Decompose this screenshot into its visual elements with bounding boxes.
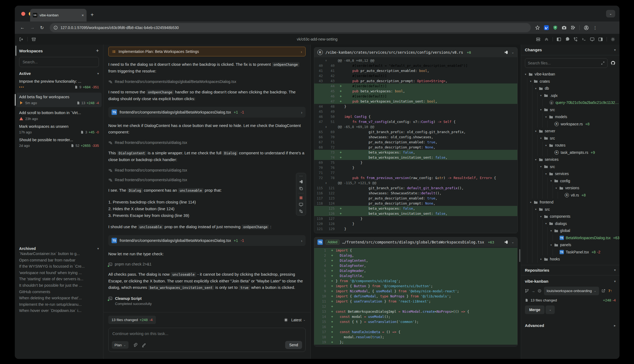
advanced-section[interactable]: Advanced ▸: [521, 321, 619, 330]
tree-file-row[interactable]: TSTaskPanel.tsx+8-2: [521, 249, 619, 256]
settings-gear-icon[interactable]: [611, 37, 615, 42]
tool-call-read[interactable]: Read frontend/src/components/ui/dialog.t…: [108, 140, 306, 145]
extension-shield-icon[interactable]: £: [553, 25, 558, 30]
tree-folder-row[interactable]: ▾src: [521, 163, 619, 170]
implementation-plan-banner[interactable]: Implementation Plan: Beta Workspaces Set…: [108, 47, 306, 56]
back-icon[interactable]: ←: [20, 25, 25, 30]
expand-hunk-icon[interactable]: ↑: [314, 58, 338, 63]
vscode-icon[interactable]: [504, 240, 508, 244]
expand-diagonal-icon[interactable]: [601, 61, 605, 65]
archived-workspace-item[interactable]: `NavbarContainer.tsx` button to g...: [19, 251, 99, 257]
sparkle-icon[interactable]: [284, 318, 288, 322]
tool-call-read[interactable]: Read frontend/src/components/ui/dialog.t…: [108, 177, 306, 182]
version-dropdown[interactable]: Latest: [291, 318, 302, 322]
collapse-chevron-icon[interactable]: ⌄: [511, 240, 514, 244]
archived-workspace-item[interactable]: Implement the re-run setup/cleanu...: [19, 301, 99, 308]
workspace-item[interactable]: Improve the preview functionality: ...••…: [19, 79, 99, 89]
tree-folder-row[interactable]: ▾vibe-kanban: [521, 71, 619, 78]
mode-dropdown[interactable]: Plan ⌄: [112, 341, 128, 349]
tree-folder-row[interactable]: ▾models: [521, 113, 619, 121]
workspace-item[interactable]: Mark workspaces as unseen17h ago3+45-0: [19, 124, 99, 134]
panel-left-icon[interactable]: [557, 37, 561, 42]
collapse-chevron-icon[interactable]: ⌄: [511, 50, 514, 54]
git-graph-icon[interactable]: [573, 37, 578, 42]
tree-folder-row[interactable]: ▾config: [521, 177, 619, 185]
base-branch-dropdown[interactable]: louis/workspace-onboarding ⌄: [544, 287, 599, 295]
collapse-all-icon[interactable]: [544, 37, 549, 42]
section-archived[interactable]: Archived ▾: [19, 246, 99, 251]
diff-scrollbar[interactable]: [519, 249, 520, 262]
section-active[interactable]: Active ▾: [19, 71, 99, 76]
edited-file-card[interactable]: TSfrontend/src/components/dialogs/global…: [108, 107, 306, 118]
tree-folder-row[interactable]: ▾routes: [521, 142, 619, 149]
monitor-icon[interactable]: [590, 37, 594, 42]
add-workspace-button[interactable]: +: [96, 48, 99, 54]
site-info-icon[interactable]: [53, 26, 58, 30]
cleanup-script-status[interactable]: Cleanup ScriptCompleted successfully: [108, 296, 306, 306]
workspace-search-input[interactable]: Search...: [19, 57, 99, 67]
tree-folder-row[interactable]: ▾src: [521, 206, 619, 213]
diff-header[interactable]: TS Added …/frontend/src/components/dialo…: [314, 237, 517, 247]
tree-folder-row[interactable]: ▾src: [521, 135, 619, 142]
tree-file-row[interactable]: TSBetaWorkspacesDialog.tsx+63: [521, 234, 619, 242]
edit-pen-icon[interactable]: [142, 343, 146, 347]
drag-handle-icon[interactable]: ⋯: [299, 175, 303, 177]
changes-heading[interactable]: Changes ▾: [521, 45, 619, 55]
archive-icon[interactable]: [31, 37, 36, 42]
file-search-input[interactable]: Search files...: [525, 58, 608, 68]
tree-folder-row[interactable]: ▾panels: [521, 241, 619, 249]
workspace-item[interactable]: Add scroll to bottom button in `Virt...2…: [19, 111, 99, 121]
tree-file-row[interactable]: Rworkspace.rs+8: [521, 121, 619, 128]
open-external-icon[interactable]: [601, 289, 606, 293]
expand-hunk-icon[interactable]: ↕: [314, 180, 338, 185]
archived-workspace-item[interactable]: When deleting the workspace that'...: [19, 295, 99, 301]
layout-rows-icon[interactable]: [536, 37, 540, 42]
terminal-command[interactable]: pnpm run check 2>&1: [108, 262, 306, 266]
send-button[interactable]: Send: [285, 341, 302, 349]
reload-icon[interactable]: ↻: [40, 25, 44, 31]
tree-file-row[interactable]: {}query-70b21c5c0a2ba5c21c9c1132f14a68: [521, 99, 619, 106]
workspace-item[interactable]: Add beta flag for workspaces5m ago13+248…: [16, 93, 102, 107]
tree-folder-row[interactable]: ▾server: [521, 128, 619, 135]
merge-button[interactable]: Merge: [525, 305, 545, 314]
tool-call-read[interactable]: Read frontend/src/components/ui/dialog.t…: [108, 168, 306, 173]
repositories-heading[interactable]: Repositories ▾: [521, 265, 619, 275]
archived-workspace-item[interactable]: Open command bar from navbar: [19, 257, 99, 264]
workspace-item[interactable]: Should be possible to reorder...2d ago52…: [19, 138, 99, 148]
tool-call-read[interactable]: Read frontend/src/components/dialogs/glo…: [108, 79, 306, 84]
terminal-panel-icon[interactable]: [582, 37, 586, 42]
tree-folder-row[interactable]: ▾frontend: [521, 199, 619, 206]
extension-bitwarden-icon[interactable]: [544, 25, 549, 30]
tab-vibe-kanban[interactable]: VK vibe-kanban ×: [30, 9, 87, 21]
edited-file-card[interactable]: TSfrontend/src/components/dialogs/global…: [108, 235, 306, 246]
attach-icon[interactable]: [133, 343, 137, 347]
leave-workspace-icon[interactable]: [19, 37, 24, 42]
tab-close-icon[interactable]: ×: [82, 13, 84, 17]
archived-workspace-item[interactable]: 'workspace not found' when trying ...: [19, 270, 99, 276]
repo-vibe-kanban[interactable]: vibe-kanban ▾: [521, 276, 619, 286]
archived-workspace-item[interactable]: When hover over `Dropdown.tsx` i...: [19, 308, 99, 314]
sidebar-scrollbar[interactable]: [15, 46, 16, 56]
tree-folder-row[interactable]: ▾services: [521, 170, 619, 177]
address-bar[interactable]: 127.0.0.1:57095/workspaces/c63c9fd6-dfb8…: [50, 23, 531, 32]
tree-folder-row[interactable]: ▾.sqlx: [521, 92, 619, 99]
tree-folder-row[interactable]: ▾components: [521, 213, 619, 220]
close-window-button[interactable]: [21, 12, 25, 16]
panel-right-icon[interactable]: [598, 37, 603, 42]
github-icon[interactable]: [610, 60, 616, 66]
git-compare-icon[interactable]: [299, 209, 303, 213]
tree-folder-row[interactable]: ▾services: [521, 156, 619, 163]
tree-folder-row[interactable]: ▾src: [521, 106, 619, 114]
forward-icon[interactable]: →: [30, 25, 35, 30]
bookmark-star-icon[interactable]: [535, 25, 540, 30]
archived-workspace-item[interactable]: It shouldn't be possible for just the ..…: [19, 282, 99, 289]
chat-panel-icon[interactable]: [565, 37, 569, 42]
vscode-icon[interactable]: [299, 180, 303, 184]
browser-menu-icon[interactable]: ⋮: [593, 25, 597, 30]
tree-folder-row[interactable]: ▾global: [521, 227, 619, 234]
profile-avatar-icon[interactable]: [584, 25, 589, 30]
archived-workspace-item[interactable]: GitHub comments: [19, 289, 99, 295]
conversation-scroll[interactable]: Implementation Plan: Beta Workspaces Set…: [103, 45, 310, 312]
tab-search-button[interactable]: ⌄: [606, 10, 615, 17]
expand-hunk-icon[interactable]: ↕: [314, 124, 338, 129]
